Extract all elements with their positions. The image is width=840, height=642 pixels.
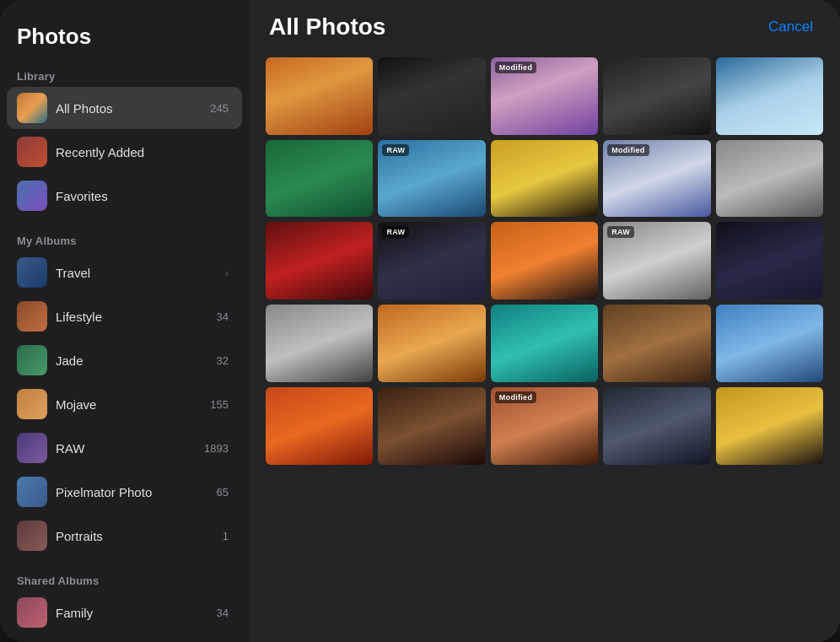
photo-cell-16[interactable] [266, 305, 373, 382]
photo-cell-19[interactable] [603, 305, 710, 382]
photo-bg-15 [716, 222, 823, 299]
photo-cell-20[interactable] [716, 305, 823, 382]
photo-bg-10 [716, 140, 823, 218]
travel-label: Travel [56, 266, 222, 280]
photo-cell-15[interactable] [716, 222, 823, 299]
photo-bg-22 [378, 387, 485, 465]
raw-count: 1893 [204, 442, 229, 455]
photo-badge-23: Modified [495, 391, 536, 403]
photo-bg-11 [266, 222, 373, 299]
lifestyle-thumb [17, 301, 47, 332]
photo-badge-9: Modified [607, 144, 649, 156]
library-section-header: Library [0, 63, 249, 86]
photo-cell-11[interactable] [266, 222, 373, 299]
raw-thumb [17, 433, 47, 463]
photo-badge-7: RAW [382, 144, 409, 156]
photo-cell-17[interactable] [378, 305, 485, 382]
mojave-count: 155 [210, 398, 229, 411]
portraits-count: 1 [223, 530, 229, 542]
photo-cell-13[interactable] [491, 222, 598, 299]
photo-bg-13 [491, 222, 598, 299]
photo-bg-1 [266, 57, 373, 135]
lifestyle-label: Lifestyle [56, 310, 213, 324]
pixelmator-count: 65 [217, 486, 229, 499]
favorites-label: Favorites [56, 189, 229, 203]
all-photos-thumb [17, 93, 47, 123]
photo-cell-1[interactable] [266, 57, 373, 135]
photo-cell-8[interactable] [491, 140, 598, 218]
jade-count: 32 [217, 354, 229, 367]
photo-badge-12: RAW [382, 226, 409, 238]
photo-cell-18[interactable] [491, 305, 598, 382]
jade-label: Jade [56, 353, 213, 368]
sidebar-item-portraits[interactable]: Portraits 1 [7, 515, 242, 557]
sidebar-item-jade[interactable]: Jade 32 [7, 339, 242, 381]
photo-cell-24[interactable] [603, 387, 710, 465]
photo-bg-5 [716, 57, 823, 135]
photo-bg-2 [378, 57, 485, 135]
photo-cell-6[interactable] [266, 140, 373, 218]
family-count: 34 [217, 607, 229, 619]
sidebar-item-family[interactable]: Family 34 [7, 591, 242, 634]
all-photos-label: All Photos [56, 101, 207, 116]
sidebar-item-lifestyle[interactable]: Lifestyle 34 [7, 295, 242, 337]
family-thumb [17, 597, 47, 628]
travel-thumb [17, 257, 47, 288]
recently-added-thumb [17, 137, 47, 167]
photo-grid: ModifiedRAWModifiedRAWRAWModified [249, 47, 840, 642]
sidebar-item-pixelmator[interactable]: Pixelmator Photo 65 [7, 471, 242, 513]
photo-cell-23[interactable]: Modified [491, 387, 598, 465]
raw-label: RAW [56, 441, 201, 456]
sidebar-item-raw[interactable]: RAW 1893 [7, 427, 242, 469]
my-albums-section-header: My Albums [0, 228, 249, 251]
photo-cell-7[interactable]: RAW [378, 140, 485, 218]
main-content: All Photos Cancel ModifiedRAWModifiedRAW… [249, 0, 840, 642]
photo-cell-25[interactable] [716, 387, 823, 465]
photo-bg-24 [603, 387, 710, 465]
photo-bg-6 [266, 140, 373, 218]
travel-chevron-icon: › [225, 267, 229, 279]
mojave-label: Mojave [56, 397, 207, 412]
photo-cell-10[interactable] [716, 140, 823, 218]
recently-added-label: Recently Added [56, 145, 229, 159]
all-photos-count: 245 [210, 102, 229, 115]
photo-bg-20 [716, 305, 823, 382]
lifestyle-count: 34 [217, 310, 229, 323]
photo-cell-12[interactable]: RAW [378, 222, 485, 299]
sidebar-item-favorites[interactable]: Favorites [7, 175, 242, 217]
photo-cell-9[interactable]: Modified [603, 140, 710, 218]
photo-cell-2[interactable] [378, 57, 485, 135]
portraits-label: Portraits [56, 529, 219, 543]
device-frame: Photos Library All Photos 245 Recently A… [0, 0, 840, 642]
favorites-thumb [17, 181, 47, 211]
app-container: Photos Library All Photos 245 Recently A… [0, 0, 840, 642]
sidebar-item-all-photos[interactable]: All Photos 245 [7, 87, 242, 129]
photo-bg-19 [603, 305, 710, 382]
top-bar: All Photos Cancel [249, 0, 840, 47]
sidebar-item-recently-added[interactable]: Recently Added [7, 131, 242, 173]
photo-cell-14[interactable]: RAW [603, 222, 710, 299]
cancel-button[interactable]: Cancel [762, 15, 820, 39]
family-label: Family [56, 606, 213, 620]
photo-cell-5[interactable] [716, 57, 823, 135]
photo-cell-4[interactable] [603, 57, 710, 135]
photo-cell-3[interactable]: Modified [491, 57, 598, 135]
photo-bg-4 [603, 57, 710, 135]
photo-cell-22[interactable] [378, 387, 485, 465]
photo-bg-18 [491, 305, 598, 382]
photo-bg-16 [266, 305, 373, 382]
shared-albums-section-header: Shared Albums [0, 568, 249, 591]
sidebar-item-travel[interactable]: Travel › [7, 251, 242, 294]
photo-badge-14: RAW [607, 226, 634, 238]
sidebar: Photos Library All Photos 245 Recently A… [0, 0, 249, 642]
pixelmator-label: Pixelmator Photo [56, 485, 213, 499]
portraits-thumb [17, 521, 47, 551]
sidebar-item-mojave[interactable]: Mojave 155 [7, 383, 242, 425]
photo-bg-21 [266, 387, 373, 465]
photo-bg-17 [378, 305, 485, 382]
photo-cell-21[interactable] [266, 387, 373, 465]
jade-thumb [17, 345, 47, 375]
app-title: Photos [0, 13, 249, 63]
photo-badge-3: Modified [495, 62, 536, 73]
page-title: All Photos [269, 13, 385, 40]
